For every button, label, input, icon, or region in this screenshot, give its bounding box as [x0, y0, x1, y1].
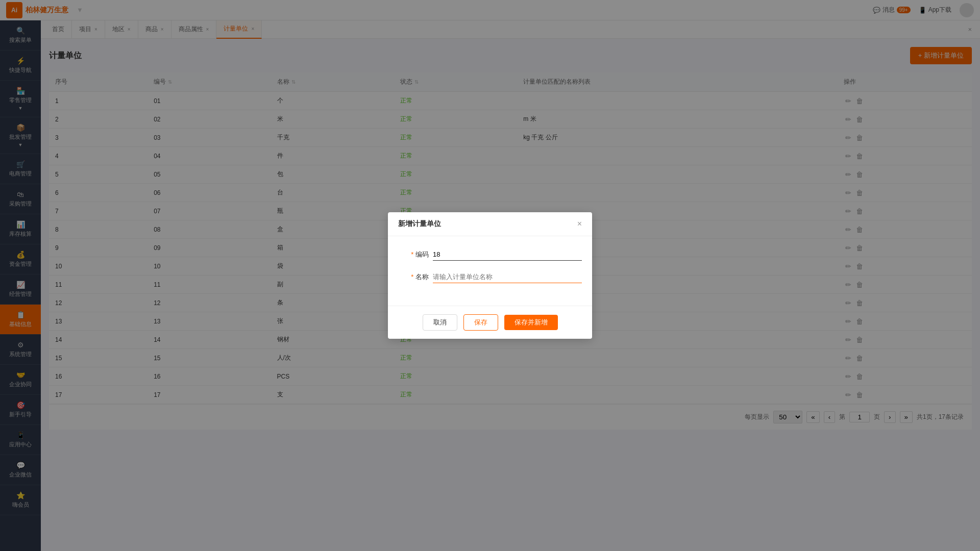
save-button[interactable]: 保存: [463, 314, 498, 331]
modal-title: 新增计量单位: [398, 219, 441, 229]
code-input[interactable]: [433, 248, 582, 261]
name-label: * 名称: [398, 272, 429, 282]
required-star: *: [411, 251, 413, 258]
required-star-name: *: [411, 273, 413, 281]
modal-header: 新增计量单位 ×: [388, 212, 592, 236]
name-input[interactable]: [433, 271, 582, 283]
modal-close-button[interactable]: ×: [577, 220, 582, 228]
add-unit-modal: 新增计量单位 × * 编码 * 名称 取消 保存 保存并新增: [388, 212, 592, 339]
modal-body: * 编码 * 名称: [388, 236, 592, 306]
modal-overlay[interactable]: 新增计量单位 × * 编码 * 名称 取消 保存 保存并新增: [0, 0, 980, 551]
save-new-button[interactable]: 保存并新增: [504, 315, 558, 330]
cancel-button[interactable]: 取消: [423, 314, 457, 331]
name-form-item: * 名称: [398, 271, 582, 283]
code-form-item: * 编码: [398, 248, 582, 261]
modal-footer: 取消 保存 保存并新增: [388, 306, 592, 339]
code-label: * 编码: [398, 250, 429, 259]
